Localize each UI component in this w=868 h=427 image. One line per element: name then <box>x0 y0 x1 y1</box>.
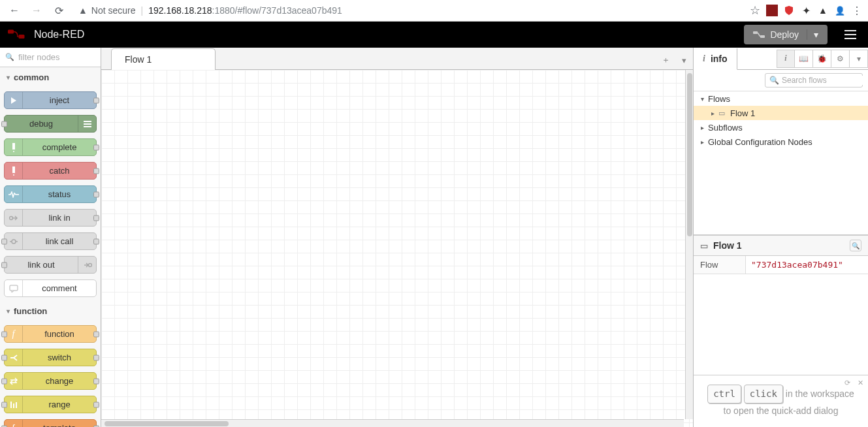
output-port <box>93 215 99 221</box>
sidebar-tab-info[interactable]: i info <box>694 48 737 70</box>
reload-button[interactable]: ⟳ <box>50 1 68 20</box>
deploy-icon <box>753 30 765 39</box>
tree-flows[interactable]: ▾ Flows <box>694 91 868 106</box>
palette-node-change[interactable]: change <box>4 372 97 390</box>
vertical-scrollbar[interactable] <box>685 70 693 419</box>
workspace: Flow 1 ＋ ▾ <box>101 48 693 427</box>
search-flows-box[interactable]: 🔍 ▾ <box>765 73 863 87</box>
sidebar-btn-info[interactable]: i <box>777 50 795 68</box>
chevron-right-icon: ▸ <box>709 110 716 117</box>
category-label: common <box>14 72 49 82</box>
kbd-ctrl: ctrl <box>707 385 741 403</box>
flow-menu-button[interactable]: ▾ <box>675 51 693 69</box>
svg-rect-3 <box>760 35 765 38</box>
app-header: Node-RED Deploy ▾ <box>0 22 868 48</box>
sidebar-btn-config[interactable]: ⚙ <box>831 50 850 68</box>
palette-node-linkout[interactable]: link out <box>4 256 97 274</box>
palette-node-switch[interactable]: switch <box>4 349 97 366</box>
search-icon: 🔍 <box>769 76 779 85</box>
category-function[interactable]: ▾ function <box>0 301 101 321</box>
svg-rect-6 <box>844 38 856 39</box>
prop-value: "737d13acea07b491" <box>746 256 868 274</box>
kbd-click: click <box>744 385 783 403</box>
info-icon: i <box>703 54 705 64</box>
svg-rect-20 <box>16 402 17 408</box>
canvas[interactable] <box>101 70 693 427</box>
deploy-caret-icon[interactable]: ▾ <box>807 29 818 40</box>
app-title: Node-RED <box>34 29 84 40</box>
svg-rect-8 <box>84 123 91 125</box>
sidebar-btn-help[interactable]: 📖 <box>795 50 813 68</box>
profile-icon[interactable]: 👤 <box>834 5 846 16</box>
url-text: 192.168.18.218:1880/#flow/737d13acea07b4… <box>148 5 342 16</box>
filter-nodes-box[interactable]: 🔍 <box>0 48 101 67</box>
palette-node-catch[interactable]: catch <box>4 162 97 180</box>
palette-node-comment[interactable]: comment <box>4 279 97 297</box>
svg-rect-18 <box>10 402 12 408</box>
output-port <box>93 168 99 174</box>
input-port <box>1 238 7 244</box>
deploy-label: Deploy <box>770 29 799 40</box>
palette-node-linkin[interactable]: link in <box>4 209 97 227</box>
chevron-right-icon: ▸ <box>699 124 705 131</box>
property-row: Flow "737d13acea07b491" <box>694 256 868 274</box>
ublock-icon[interactable] <box>783 5 795 16</box>
palette-node-range[interactable]: range <box>4 396 97 413</box>
chevron-down-icon: ▾ <box>7 308 10 315</box>
add-flow-button[interactable]: ＋ <box>656 51 675 69</box>
extension-icon[interactable] <box>766 5 778 16</box>
tree-flow1[interactable]: ▸ ▭ Flow 1 <box>694 106 868 120</box>
sidebar-btn-debug[interactable]: 🐞 <box>813 50 831 68</box>
outline-tree: ▾ Flows ▸ ▭ Flow 1 ▸ Subflows ▸ Global C… <box>694 91 868 235</box>
svg-point-13 <box>13 174 14 176</box>
search-button[interactable]: 🔍 <box>850 240 861 251</box>
not-secure-badge: ▲ Not secure <box>78 5 136 16</box>
browser-chrome: ← → ⟳ ▲ Not secure | 192.168.18.218:1880… <box>0 0 868 22</box>
tab-flow1[interactable]: Flow 1 <box>111 48 216 70</box>
search-flows-input[interactable] <box>782 76 868 85</box>
svg-point-15 <box>12 240 16 244</box>
svg-rect-17 <box>10 285 18 291</box>
horizontal-scrollbar[interactable] <box>101 419 684 427</box>
tree-subflows[interactable]: ▸ Subflows <box>694 120 868 134</box>
extensions-icon[interactable]: ✦ <box>800 5 812 16</box>
svg-rect-10 <box>12 143 15 150</box>
deploy-button[interactable]: Deploy ▾ <box>744 25 828 44</box>
tree-config-nodes[interactable]: ▸ Global Configuration Nodes <box>694 134 868 149</box>
svg-rect-0 <box>8 30 14 34</box>
back-button[interactable]: ← <box>5 1 24 20</box>
svg-rect-9 <box>84 126 91 127</box>
palette-node-debug[interactable]: debug <box>4 115 97 133</box>
tip-text: in the workspace to open the quick-add d… <box>724 388 854 415</box>
svg-point-11 <box>13 151 14 152</box>
input-port <box>1 262 7 268</box>
palette-node-inject[interactable]: inject <box>4 91 97 109</box>
refresh-tip-icon[interactable]: ⟳ <box>842 378 852 388</box>
output-port <box>93 191 99 197</box>
warning-icon: ▲ <box>78 5 88 16</box>
svg-point-14 <box>9 216 12 219</box>
main-menu-button[interactable] <box>841 25 860 44</box>
palette-node-complete[interactable]: complete <box>4 138 97 156</box>
svg-rect-7 <box>84 121 91 122</box>
search-icon: 🔍 <box>5 53 14 61</box>
palette-node-template[interactable]: { template <box>4 419 97 427</box>
palette-node-function[interactable]: f function <box>4 325 97 343</box>
flow-tabs: Flow 1 ＋ ▾ <box>101 48 693 70</box>
close-tip-icon[interactable]: ✕ <box>855 378 865 388</box>
palette-node-status[interactable]: status <box>4 185 97 203</box>
prop-key: Flow <box>694 256 746 274</box>
output-port <box>93 144 99 150</box>
chevron-down-icon: ▾ <box>7 74 10 81</box>
chrome-menu-icon[interactable]: ⋮ <box>851 5 863 16</box>
svg-rect-2 <box>753 31 758 34</box>
palette-node-linkcall[interactable]: link call <box>4 232 97 250</box>
sidebar-btn-more[interactable]: ▾ <box>850 50 868 68</box>
svg-rect-5 <box>844 34 856 35</box>
star-icon[interactable]: ☆ <box>749 5 761 16</box>
lab-icon[interactable]: ▲ <box>817 5 829 16</box>
forward-button[interactable]: → <box>27 1 46 20</box>
address-bar[interactable]: ▲ Not secure | 192.168.18.218:1880/#flow… <box>72 5 745 16</box>
category-common[interactable]: ▾ common <box>0 67 101 87</box>
svg-rect-19 <box>13 403 14 408</box>
